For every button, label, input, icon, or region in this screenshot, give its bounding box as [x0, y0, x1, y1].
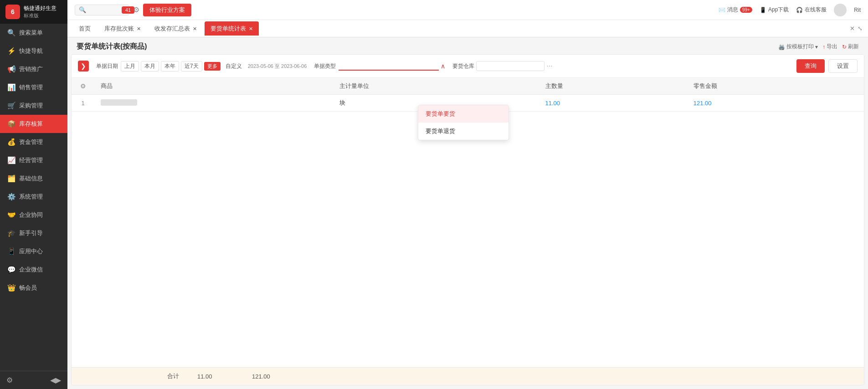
sidebar-icon-base: 🗂️ [7, 174, 15, 183]
sidebar-logo: 6 畅捷通好生意 标准版 [0, 0, 67, 24]
footer-total-label: 合计 [167, 372, 179, 380]
sidebar-item-enterprise[interactable]: 🤝企业协同 [0, 206, 67, 224]
sidebar-item-inventory[interactable]: 📦库存核算 [0, 115, 67, 133]
sidebar-label-guide: 新手引导 [19, 229, 43, 237]
table-col-amount: 零售金额 [687, 78, 864, 95]
sidebar-label-marketing: 营销推广 [19, 65, 43, 73]
page-header: 要货单统计表(按商品) 🖨️ 按模板打印 ▾ ↑ 导出 ↻ 刷新 [67, 37, 868, 54]
export-action[interactable]: ↑ 导出 [822, 43, 837, 51]
collapse-icon[interactable]: ◀▶ [50, 376, 61, 384]
topbar-left: 🔍 41 ⚙ 体验行业方案 [75, 4, 713, 16]
filter-type-input-wrap: ∧ [339, 61, 445, 71]
sidebar-icon-quick-nav: ⚡ [7, 47, 15, 55]
table-footer: 合计 11.00 121.00 [72, 367, 864, 385]
sidebar-label-member: 畅会员 [19, 284, 37, 292]
sidebar-item-app-center[interactable]: 📱应用中心 [0, 242, 67, 261]
sidebar-label-enterprise: 企业协同 [19, 211, 43, 219]
filter-warehouse-group: 要货仓库 ··· [452, 61, 552, 71]
dropdown-item-order[interactable]: 要货单要货 [418, 105, 508, 123]
filter-custom-btn[interactable]: 自定义 [222, 61, 245, 71]
sidebar-item-quick-nav[interactable]: ⚡快捷导航 [0, 42, 67, 60]
sidebar-item-base[interactable]: 🗂️基础信息 [0, 169, 67, 188]
topbar-app-download[interactable]: 📱 App下载 [760, 6, 789, 14]
filter-this-year-btn[interactable]: 本年 [161, 61, 179, 72]
sidebar-icon-marketing: 📢 [7, 65, 15, 73]
tab-close-order-summary[interactable]: ✕ [249, 26, 253, 32]
filter-type-arrow-icon[interactable]: ∧ [441, 62, 445, 70]
tab-home[interactable]: 首页 [73, 21, 97, 36]
topbar-search-wrap: 🔍 41 [75, 5, 129, 15]
trial-btn[interactable]: 体验行业方案 [143, 4, 191, 16]
sidebar-item-wechat[interactable]: 💬企业微信 [0, 261, 67, 279]
sidebar-icon-search: 🔍 [7, 29, 15, 37]
tab-close-inventory-batch[interactable]: ✕ [137, 26, 141, 32]
search-icon: 🔍 [79, 6, 86, 13]
filter-date-group: 单据日期 上月 本月 本年 近7天 更多 自定义 2023-05-06 至 20… [96, 61, 307, 72]
sidebar-item-guide[interactable]: 🎓新手引导 [0, 224, 67, 242]
tab-close-receipt-summary[interactable]: ✕ [193, 26, 197, 32]
topbar-service[interactable]: 🎧 在线客服 [796, 6, 827, 14]
sidebar-item-member[interactable]: 👑畅会员 [0, 279, 67, 297]
table-gear-icon[interactable]: ⚙ [80, 82, 86, 90]
sidebar-item-finance[interactable]: 💰资金管理 [0, 133, 67, 151]
sidebar: 6 畅捷通好生意 标准版 🔍搜索菜单⚡快捷导航📢营销推广📊销售管理🛒采购管理📦库… [0, 0, 67, 389]
filter-more-badge[interactable]: 更多 [204, 62, 221, 71]
page-title: 要货单统计表(按商品) [77, 42, 147, 51]
tab-label-home: 首页 [79, 25, 91, 33]
app-icon: 📱 [760, 7, 766, 13]
topbar-gear-icon[interactable]: ⚙ [133, 5, 139, 14]
sidebar-item-system[interactable]: ⚙️系统管理 [0, 188, 67, 206]
filter-this-month-btn[interactable]: 本月 [141, 61, 159, 72]
sidebar-label-search: 搜索菜单 [19, 29, 43, 37]
sidebar-label-base: 基础信息 [19, 174, 43, 183]
filter-date-range: 2023-05-06 至 2023-06-06 [248, 63, 307, 70]
filter-prev-month-btn[interactable]: 上月 [121, 61, 139, 72]
tab-order-summary[interactable]: 要货单统计表✕ [205, 21, 259, 36]
sidebar-item-marketing[interactable]: 📢营销推广 [0, 60, 67, 78]
close-all-tabs[interactable]: ✕ ⤡ [850, 25, 863, 32]
row-amount[interactable]: 121.00 [687, 95, 864, 112]
sidebar-icon-sales: 📊 [7, 83, 15, 92]
sidebar-label-finance: 资金管理 [19, 138, 43, 146]
export-icon: ↑ [822, 44, 825, 50]
filter-type-input[interactable] [339, 61, 439, 71]
topbar: 🔍 41 ⚙ 体验行业方案 ✉️ 消息 99+ 📱 App下载 🎧 在线客服 R [67, 0, 868, 20]
message-badge: 99+ [740, 7, 752, 13]
row-seq: 1 [72, 95, 94, 112]
print-action[interactable]: 🖨️ 按模板打印 ▾ [778, 43, 818, 51]
dropdown-item-return[interactable]: 要货单退货 [418, 123, 508, 140]
sidebar-item-sales[interactable]: 📊销售管理 [0, 78, 67, 97]
sidebar-scroll: 🔍搜索菜单⚡快捷导航📢营销推广📊销售管理🛒采购管理📦库存核算💰资金管理📈经营管理… [0, 24, 67, 371]
filter-settings-btn[interactable]: 设置 [828, 59, 858, 73]
sidebar-item-operation[interactable]: 📈经营管理 [0, 151, 67, 169]
refresh-action[interactable]: ↻ 刷新 [842, 43, 859, 51]
filter-expand-btn[interactable]: ❯ [78, 61, 89, 72]
settings-footer-icon[interactable]: ⚙ [6, 376, 13, 384]
sidebar-item-search[interactable]: 🔍搜索菜单 [0, 24, 67, 42]
sidebar-icon-guide: 🎓 [7, 229, 15, 237]
topbar-search-input[interactable] [88, 7, 120, 13]
service-icon: 🎧 [796, 7, 803, 13]
user-name: Rit [854, 7, 861, 13]
user-avatar[interactable] [834, 4, 847, 16]
tab-receipt-summary[interactable]: 收发存汇总表✕ [149, 21, 203, 36]
topbar-messages[interactable]: ✉️ 消息 99+ [719, 6, 752, 14]
sidebar-footer: ⚙ ◀▶ [0, 371, 67, 389]
tab-count-badge: 41 [122, 6, 134, 14]
filter-recent7-btn[interactable]: 近7天 [181, 61, 202, 72]
sidebar-item-purchase[interactable]: 🛒采购管理 [0, 97, 67, 115]
filter-query-btn[interactable]: 查询 [796, 59, 825, 73]
row-qty[interactable]: 11.00 [539, 95, 687, 112]
sidebar-label-operation: 经营管理 [19, 156, 43, 164]
table-col-goods: 商品 [94, 78, 333, 95]
brand-text: 畅捷通好生意 标准版 [24, 5, 56, 19]
filter-ellipsis-icon[interactable]: ··· [546, 62, 552, 70]
topbar-right: ✉️ 消息 99+ 📱 App下载 🎧 在线客服 Rit [719, 4, 861, 16]
sidebar-label-wechat: 企业微信 [19, 266, 43, 274]
tab-inventory-batch[interactable]: 库存批次账✕ [98, 21, 147, 36]
sidebar-label-system: 系统管理 [19, 193, 43, 201]
filter-type-group: 单据类型 ∧ [314, 61, 445, 71]
close-all-icon2: ⤡ [858, 25, 863, 32]
brand-icon: 6 [5, 5, 20, 19]
filter-warehouse-input[interactable] [476, 61, 544, 71]
